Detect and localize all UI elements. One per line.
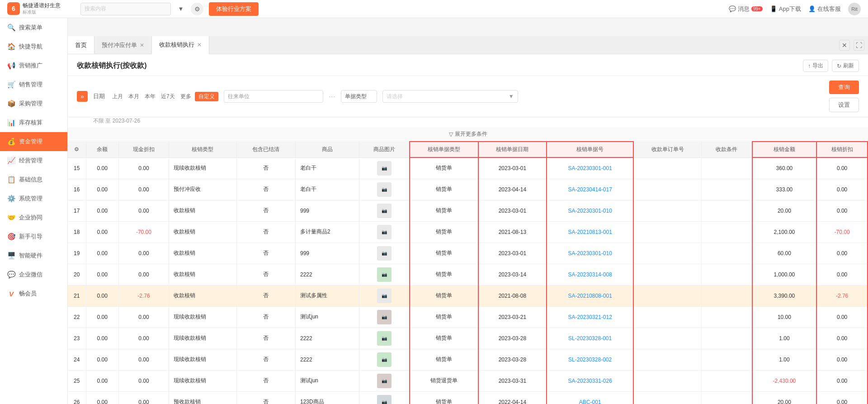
row-write-off-discount: 0.00 xyxy=(816,391,868,404)
row-id: 20 xyxy=(68,264,86,285)
bill-report-no-link[interactable]: SA-20230331-026 xyxy=(568,378,612,384)
tab-collection[interactable]: 收款核销执行 ✕ xyxy=(152,36,209,54)
row-collection-condition xyxy=(702,242,752,264)
row-id: 16 xyxy=(68,179,86,200)
table-row: 21 0.00 -2.76 收款核销 否 测试多属性 📷 销货单 2021-08… xyxy=(68,285,868,306)
filter-expand-btn[interactable]: » xyxy=(77,91,88,102)
col-bill-report-no-header: 核销单据号 xyxy=(547,142,633,157)
date-more[interactable]: 更多 xyxy=(179,92,193,101)
bill-report-no-link[interactable]: SL-20230328-001 xyxy=(568,335,612,342)
row-write-off-amount: 60.00 xyxy=(752,242,817,264)
export-btn[interactable]: ↑ 导出 xyxy=(803,60,828,72)
sidebar-item-quick-nav[interactable]: 🏠 快捷导航 xyxy=(0,37,67,56)
row-goods: 测试多属性 xyxy=(296,285,359,306)
tab-collection-close[interactable]: ✕ xyxy=(197,42,202,48)
col-bill-report-type-header: 核销单据类型 xyxy=(410,142,478,157)
tab-home[interactable]: 首页 xyxy=(68,36,94,54)
row-goods: 999 xyxy=(296,242,359,264)
date-custom[interactable]: 自定义 xyxy=(195,92,218,101)
hardware-icon: 🖥️ xyxy=(7,252,15,260)
trial-btn[interactable]: 体验行业方案 xyxy=(209,2,259,16)
bill-report-no-link[interactable]: ABC-001 xyxy=(579,399,601,404)
tab-expand-btn[interactable]: ⛶ xyxy=(854,40,864,51)
app-download-btn[interactable]: 📱 App下载 xyxy=(770,5,801,13)
row-bill-report-type: 销货单 xyxy=(410,157,478,179)
bill-report-no-link[interactable]: SA-20230314-008 xyxy=(568,271,612,278)
bill-report-no-link[interactable]: SA-20230321-012 xyxy=(568,314,612,320)
setting-btn[interactable]: 设置 xyxy=(829,98,859,112)
sidebar-item-enterprise[interactable]: 🤝 企业协同 xyxy=(0,208,67,227)
sidebar-item-finance[interactable]: 💰 资金管理 xyxy=(0,132,67,151)
row-include-cleared: 否 xyxy=(236,306,295,328)
sidebar-item-hardware[interactable]: 🖥️ 智能硬件 xyxy=(0,246,67,265)
date-this-month[interactable]: 本月 xyxy=(127,92,141,101)
sidebar-item-system[interactable]: ⚙️ 系统管理 xyxy=(0,189,67,208)
row-write-off-type: 预付冲应收 xyxy=(169,179,236,200)
bill-type-select[interactable]: 请选择 ▼ xyxy=(382,90,518,103)
sidebar-item-operations[interactable]: 📈 经营管理 xyxy=(0,151,67,170)
row-goods: 999 xyxy=(296,200,359,221)
row-id: 21 xyxy=(68,285,86,306)
row-goods-img: 📷 xyxy=(359,157,410,179)
col-goods-img-header: 商品图片 xyxy=(359,142,410,157)
enterprise-icon: 🤝 xyxy=(7,214,15,222)
bill-report-no-link[interactable]: SA-20230301-010 xyxy=(568,250,612,257)
tab-close-all-btn[interactable]: ✕ xyxy=(839,40,850,51)
row-bill-report-no: ABC-001 xyxy=(547,391,633,404)
refresh-btn[interactable]: ↻ 刷新 xyxy=(832,60,859,72)
tab-prepay-close[interactable]: ✕ xyxy=(140,42,144,48)
row-bill-report-date: 2023-04-14 xyxy=(478,179,547,200)
row-collection-condition xyxy=(702,264,752,285)
bill-report-no-link[interactable]: SA-20210808-001 xyxy=(568,293,612,299)
row-include-cleared: 否 xyxy=(236,157,295,179)
bill-report-no-link[interactable]: SA-20210813-001 xyxy=(568,229,612,235)
table-row: 16 0.00 0.00 预付冲应收 否 老白干 📷 销货单 2023-04-1… xyxy=(68,179,868,200)
search-dropdown-icon[interactable]: ▼ xyxy=(176,5,185,14)
date-last-month[interactable]: 上月 xyxy=(110,92,125,101)
row-bill-report-no: SA-20230301-010 xyxy=(547,200,633,221)
col-settings-header[interactable]: ⚙ xyxy=(68,142,86,157)
tab-prepay[interactable]: 预付冲应付单 ✕ xyxy=(94,36,152,54)
partner-input[interactable]: 往来单位 xyxy=(224,90,323,103)
expand-more-btn[interactable]: ▽ 展开更多条件 xyxy=(68,128,868,141)
bill-report-no-link[interactable]: SA-20230301-001 xyxy=(568,165,612,171)
bill-report-no-link[interactable]: SL-20230328-002 xyxy=(568,356,612,363)
purchase-icon: 📦 xyxy=(7,100,15,108)
date-7days[interactable]: 近7天 xyxy=(159,92,177,101)
online-service-btn[interactable]: 👤 在线客服 xyxy=(808,5,841,13)
row-collection-order xyxy=(633,242,701,264)
user-avatar[interactable]: Rit xyxy=(848,3,861,15)
gear-icon[interactable]: ⚙ xyxy=(191,3,203,15)
sidebar-item-search[interactable]: 🔍 搜索菜单 xyxy=(0,18,67,37)
sidebar-label-enterprise: 企业协同 xyxy=(19,214,42,222)
sidebar-item-basic[interactable]: 📋 基础信息 xyxy=(0,170,67,189)
sidebar-item-newbie[interactable]: 🎯 新手引导 xyxy=(0,227,67,246)
sidebar-item-sales[interactable]: 🛒 销售管理 xyxy=(0,75,67,94)
query-btn[interactable]: 查询 xyxy=(829,81,859,94)
row-cash-discount: 0.00 xyxy=(118,157,169,179)
main-table: ⚙ 余额 现金折扣 核销类型 包含已结清 商品 商品图片 核销单据类型 核销单据… xyxy=(68,141,868,404)
system-icon: ⚙️ xyxy=(7,195,15,203)
bill-report-no-link[interactable]: SA-20230301-010 xyxy=(568,208,612,214)
row-collection-condition xyxy=(702,179,752,200)
row-goods-img: 📷 xyxy=(359,349,410,370)
row-collection-order xyxy=(633,328,701,349)
sidebar-item-purchase[interactable]: 📦 采购管理 xyxy=(0,94,67,113)
date-this-year[interactable]: 本年 xyxy=(143,92,157,101)
sidebar-item-member[interactable]: V 畅会员 xyxy=(0,284,67,303)
sidebar-item-wechat[interactable]: 💬 企业微信 xyxy=(0,265,67,284)
top-search-box[interactable]: 搜索内容 xyxy=(80,3,171,15)
row-write-off-discount: 0.00 xyxy=(816,264,868,285)
messages-btn[interactable]: 💬 消息 99+ xyxy=(729,5,763,13)
row-balance: 0.00 xyxy=(86,328,118,349)
row-include-cleared: 否 xyxy=(236,370,295,391)
col-write-off-discount-header: 核销折扣 xyxy=(816,142,868,157)
bill-report-no-link[interactable]: SA-20230414-017 xyxy=(568,186,612,193)
row-bill-report-type: 销货单 xyxy=(410,328,478,349)
marketing-icon: 📢 xyxy=(7,62,15,70)
filter-dots: ··· xyxy=(329,92,335,101)
page-header: 收款核销执行(按收款) ↑ 导出 ↻ 刷新 xyxy=(68,54,868,76)
sidebar-item-marketing[interactable]: 📢 营销推广 xyxy=(0,56,67,75)
sidebar-item-inventory[interactable]: 📊 库存核算 xyxy=(0,113,67,132)
top-right-area: 💬 消息 99+ 📱 App下载 👤 在线客服 Rit xyxy=(729,3,861,15)
